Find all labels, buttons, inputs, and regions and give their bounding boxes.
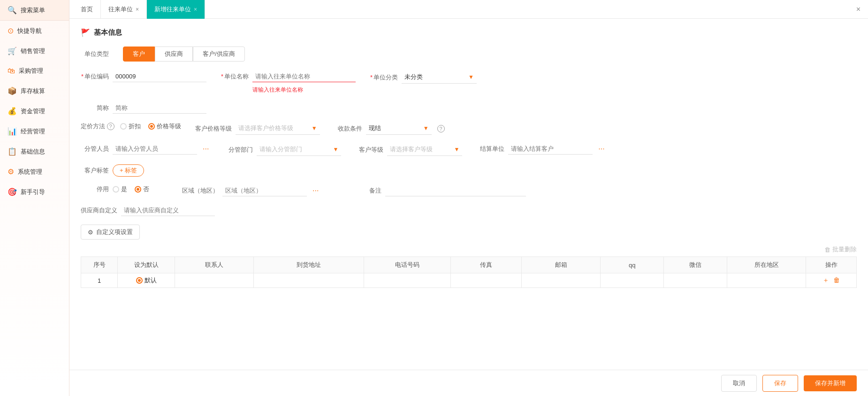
sidebar-item-system[interactable]: ⚙ 系统管理 xyxy=(0,162,69,182)
main-area: 首页 往来单位 × 新增往来单位 × × 🚩 基本信息 单位类型 客户 供应商 … xyxy=(69,0,868,396)
name-input[interactable] xyxy=(252,71,356,82)
field-category: *单位分类 未分类 ▼ xyxy=(370,71,477,84)
field-customer-level: 客户等级 请选择客户等级 ▼ xyxy=(355,143,462,156)
sidebar-item-search[interactable]: 🔍 搜索菜单 xyxy=(0,0,69,21)
disabled-label: 停用 xyxy=(81,185,109,194)
cell-wechat[interactable] xyxy=(664,273,727,288)
code-label: *单位编码 xyxy=(81,72,109,81)
region-more-icon[interactable]: ··· xyxy=(311,186,320,195)
col-qq: qq xyxy=(601,257,664,273)
cell-email[interactable] xyxy=(522,273,601,288)
department-select[interactable]: 请输入分管部门 ▼ xyxy=(257,143,341,156)
cancel-button[interactable]: 取消 xyxy=(721,375,757,392)
category-select[interactable]: 未分类 ▼ xyxy=(402,71,477,84)
sidebar-item-quick-nav[interactable]: ⊙ 快捷导航 xyxy=(0,21,69,41)
table-row: 1 默认 xyxy=(81,273,857,288)
home-icon: ⊙ xyxy=(8,26,14,35)
row-delete-icon[interactable]: 🗑 xyxy=(832,276,841,284)
payment-terms-select[interactable]: 现结 ▼ xyxy=(366,122,432,135)
radio-pricelevel-circle xyxy=(148,123,155,130)
add-tag-button[interactable]: + 标签 xyxy=(113,164,144,177)
sidebar-item-purchase[interactable]: 🛍 采购管理 xyxy=(0,61,69,81)
batch-delete-label[interactable]: 批量删除 xyxy=(832,245,857,254)
pricing-help-icon[interactable]: ? xyxy=(107,123,114,130)
field-shortname: 简称 xyxy=(81,102,206,114)
tab-new-counterparty[interactable]: 新增往来单位 × xyxy=(147,0,205,19)
sidebar-item-guide[interactable]: 🎯 新手引导 xyxy=(0,182,69,202)
unit-type-supplier[interactable]: 供应商 xyxy=(155,47,193,62)
tab-new-counterparty-label: 新增往来单位 xyxy=(154,5,191,14)
payment-terms-value: 现结 xyxy=(369,124,423,132)
inventory-icon: 📦 xyxy=(8,86,17,95)
field-code: *单位编码 xyxy=(81,71,206,82)
payment-terms-help-icon[interactable]: ? xyxy=(437,125,445,132)
add-tag-label: + 标签 xyxy=(120,166,137,175)
tab-counterparty-close[interactable]: × xyxy=(136,6,139,13)
sidebar-item-inventory[interactable]: 📦 库存核算 xyxy=(0,81,69,101)
supplier-custom-input[interactable] xyxy=(121,205,215,216)
cell-contact[interactable] xyxy=(175,273,253,288)
col-index: 序号 xyxy=(81,257,118,273)
sidebar-item-sales[interactable]: 🛒 销售管理 xyxy=(0,41,69,61)
window-close-button[interactable]: × xyxy=(853,5,864,14)
customer-price-select[interactable]: 请选择客户价格等级 ▼ xyxy=(236,122,320,135)
customer-level-select[interactable]: 请选择客户等级 ▼ xyxy=(387,143,462,156)
tab-home[interactable]: 首页 xyxy=(73,0,101,19)
cell-address[interactable] xyxy=(254,273,364,288)
manager-input[interactable] xyxy=(113,143,197,155)
col-region: 所在地区 xyxy=(727,257,806,273)
settlement-label: 结算单位 xyxy=(476,145,504,153)
form-row-manager: 分管人员 ··· 分管部门 请输入分管部门 ▼ 客户等级 请选择客户等级 ▼ 结… xyxy=(81,143,857,156)
remark-input[interactable] xyxy=(385,185,526,196)
pricing-radio-pricelevel[interactable]: 价格等级 xyxy=(148,122,181,131)
sidebar: 🔍 搜索菜单 ⊙ 快捷导航 🛒 销售管理 🛍 采购管理 📦 库存核算 💰 资金管… xyxy=(0,0,69,396)
pricing-radio-discount[interactable]: 折扣 xyxy=(120,122,141,131)
unit-type-customer[interactable]: 客户 xyxy=(123,47,155,62)
cell-fax[interactable] xyxy=(450,273,522,288)
pricing-radio-group: 折扣 价格等级 xyxy=(120,122,181,131)
sidebar-item-finance[interactable]: 💰 资金管理 xyxy=(0,101,69,121)
sidebar-item-ops[interactable]: 📊 经营管理 xyxy=(0,121,69,141)
cell-qq[interactable] xyxy=(601,273,664,288)
shortname-input[interactable] xyxy=(113,102,206,114)
settlement-more-icon[interactable]: ··· xyxy=(596,145,606,153)
region-input[interactable] xyxy=(222,185,307,196)
manager-label: 分管人员 xyxy=(81,145,109,153)
customer-level-placeholder: 请选择客户等级 xyxy=(390,145,454,154)
flag-icon: 🚩 xyxy=(81,28,90,37)
tab-new-counterparty-close[interactable]: × xyxy=(194,6,197,13)
sidebar-item-label: 系统管理 xyxy=(18,168,42,176)
settlement-input[interactable] xyxy=(508,143,593,155)
contacts-table: 序号 设为默认 联系人 到货地址 电话号码 传真 邮箱 qq 微信 所在地区 操… xyxy=(81,256,857,288)
sidebar-item-basic[interactable]: 📋 基础信息 xyxy=(0,141,69,162)
custom-settings-button[interactable]: ⚙ 自定义项设置 xyxy=(81,225,140,240)
cell-region[interactable] xyxy=(727,273,806,288)
disabled-radio-no[interactable]: 否 xyxy=(135,185,149,194)
sidebar-item-label: 搜索菜单 xyxy=(21,6,45,15)
disabled-radio-group: 是 否 xyxy=(113,185,149,194)
save-new-button[interactable]: 保存并新增 xyxy=(804,375,857,391)
section-title-basic: 🚩 基本信息 xyxy=(81,28,857,37)
code-input[interactable] xyxy=(113,71,206,82)
tab-home-label: 首页 xyxy=(81,5,93,14)
field-remark: 备注 xyxy=(353,185,526,196)
col-address: 到货地址 xyxy=(254,257,364,273)
table-header-row: 序号 设为默认 联系人 到货地址 电话号码 传真 邮箱 qq 微信 所在地区 操… xyxy=(81,257,857,273)
disabled-radio-yes[interactable]: 是 xyxy=(113,185,127,194)
tab-counterparty[interactable]: 往来单位 × xyxy=(101,0,147,19)
category-value: 未分类 xyxy=(404,73,468,81)
save-button[interactable]: 保存 xyxy=(762,375,798,392)
manager-more-icon[interactable]: ··· xyxy=(201,145,211,153)
sidebar-item-label: 快捷导航 xyxy=(17,27,42,35)
unit-type-both[interactable]: 客户/供应商 xyxy=(193,47,245,62)
radio-no-circle xyxy=(135,186,141,193)
customer-price-placeholder: 请选择客户价格等级 xyxy=(238,124,312,132)
unit-type-buttons: 客户 供应商 客户/供应商 xyxy=(123,47,245,62)
form-row-supplier-custom: 供应商自定义 xyxy=(81,205,857,216)
cell-phone[interactable] xyxy=(364,273,450,288)
col-email: 邮箱 xyxy=(522,257,601,273)
cell-default: 默认 xyxy=(118,273,175,288)
field-customer-price-level: 客户价格等级 请选择客户价格等级 ▼ xyxy=(195,122,320,135)
radio-yes-circle xyxy=(113,186,119,193)
row-add-icon[interactable]: ＋ xyxy=(821,276,830,284)
